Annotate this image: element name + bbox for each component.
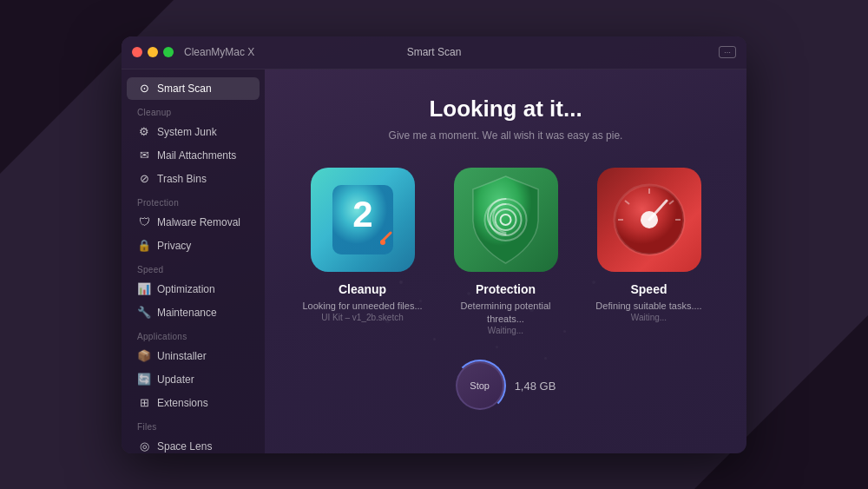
privacy-icon: 🔒 (137, 239, 151, 253)
maintenance-icon: 🔧 (137, 306, 151, 320)
traffic-lights (132, 47, 174, 57)
progress-size: 1,48 GB (515, 380, 556, 393)
card-speed: Speed Defining suitable tasks.... Waitin… (586, 168, 712, 336)
sidebar-item-malware-removal[interactable]: 🛡 Malware Removal (127, 211, 260, 234)
sidebar-item-space-lens[interactable]: ◎ Space Lens (127, 435, 260, 453)
protection-shield-svg (464, 172, 547, 268)
speed-card-sub-status: Waiting... (631, 313, 667, 322)
card-cleanup: 2 Cleanup Looking for unneeded files... … (299, 168, 425, 336)
smart-scan-icon: ⊙ (137, 82, 151, 96)
trash-icon: ⊘ (137, 172, 151, 186)
main-subtitle: Give me a moment. We all wish it was eas… (389, 129, 623, 142)
sidebar-item-maintenance[interactable]: 🔧 Maintenance (127, 301, 260, 324)
space-lens-icon: ◎ (137, 439, 151, 453)
section-label-files: Files (122, 415, 265, 434)
protection-card-status: Determining potential threats... (443, 300, 569, 327)
cleanup-disk-svg: 2 (319, 176, 406, 263)
svg-point-3 (380, 240, 385, 245)
maximize-button[interactable] (163, 47, 174, 57)
sidebar: ⊙ Smart Scan Cleanup ⚙ System Junk ✉ Mai… (122, 69, 265, 453)
speed-icon-wrap (597, 168, 701, 272)
app-window: CleanMyMac X Smart Scan ⊙ Smart Scan Cle… (122, 36, 746, 453)
sidebar-item-uninstaller[interactable]: 📦 Uninstaller (127, 345, 260, 367)
protection-icon-wrap (454, 168, 558, 272)
cleanup-card-label: Cleanup (339, 282, 386, 296)
cleanup-card-status: Looking for unneeded files... (302, 300, 422, 313)
uninstaller-icon: 📦 (137, 349, 151, 363)
space-lens-label: Space Lens (157, 440, 212, 453)
speed-card-label: Speed (630, 282, 667, 296)
stop-button-label: Stop (470, 380, 490, 391)
stop-button[interactable]: Stop (456, 361, 504, 410)
titlebar-options-button[interactable] (719, 46, 736, 58)
minimize-button[interactable] (148, 47, 158, 57)
privacy-label: Privacy (157, 240, 191, 252)
trash-bins-label: Trash Bins (157, 173, 207, 185)
protection-card-label: Protection (476, 282, 536, 296)
titlebar: CleanMyMac X Smart Scan (122, 36, 746, 69)
uninstaller-label: Uninstaller (157, 350, 207, 362)
main-content: Looking at it... Give me a moment. We al… (265, 69, 746, 453)
speed-card-status: Defining suitable tasks.... (595, 300, 701, 313)
sidebar-item-system-junk[interactable]: ⚙ System Junk (127, 121, 260, 143)
close-button[interactable] (132, 47, 142, 57)
main-title: Looking at it... (429, 96, 582, 122)
section-label-speed: Speed (122, 258, 265, 277)
window-body: ⊙ Smart Scan Cleanup ⚙ System Junk ✉ Mai… (122, 69, 746, 453)
sidebar-item-mail-attachments[interactable]: ✉ Mail Attachments (127, 144, 260, 167)
mail-icon: ✉ (137, 149, 151, 162)
extensions-label: Extensions (157, 397, 208, 409)
section-label-applications: Applications (122, 325, 265, 344)
app-title: CleanMyMac X (184, 46, 254, 58)
system-junk-icon: ⚙ (137, 125, 151, 139)
svg-text:2: 2 (352, 194, 372, 235)
optimization-label: Optimization (157, 283, 215, 295)
card-protection: Protection Determining potential threats… (443, 168, 569, 336)
cleanup-icon-wrap: 2 (311, 168, 415, 272)
sidebar-item-optimization[interactable]: 📊 Optimization (127, 278, 260, 301)
malware-icon: 🛡 (137, 215, 151, 229)
malware-removal-label: Malware Removal (157, 216, 240, 228)
section-label-cleanup: Cleanup (122, 101, 265, 120)
sidebar-item-privacy[interactable]: 🔒 Privacy (127, 235, 260, 257)
cards-row: 2 Cleanup Looking for unneeded files... … (299, 168, 712, 336)
sidebar-item-updater[interactable]: 🔄 Updater (127, 368, 260, 391)
titlebar-section-title: Smart Scan (407, 46, 462, 58)
maintenance-label: Maintenance (157, 307, 217, 319)
extensions-icon: ⊞ (137, 396, 151, 410)
optimization-icon: 📊 (137, 282, 151, 296)
sidebar-item-extensions[interactable]: ⊞ Extensions (127, 392, 260, 414)
updater-label: Updater (157, 373, 194, 386)
sidebar-item-trash-bins[interactable]: ⊘ Trash Bins (127, 168, 260, 190)
protection-card-sub-status: Waiting... (488, 326, 523, 335)
updater-icon: 🔄 (137, 373, 151, 387)
sidebar-smart-scan-label: Smart Scan (157, 83, 212, 95)
section-label-protection: Protection (122, 191, 265, 210)
system-junk-label: System Junk (157, 126, 217, 138)
sidebar-item-smart-scan[interactable]: ⊙ Smart Scan (127, 77, 260, 100)
mail-attachments-label: Mail Attachments (157, 149, 236, 162)
progress-area: Stop 1,48 GB (456, 361, 556, 410)
speed-gauge-svg (606, 176, 693, 263)
cleanup-card-sub-status: UI Kit – v1_2b.sketch (321, 313, 404, 322)
